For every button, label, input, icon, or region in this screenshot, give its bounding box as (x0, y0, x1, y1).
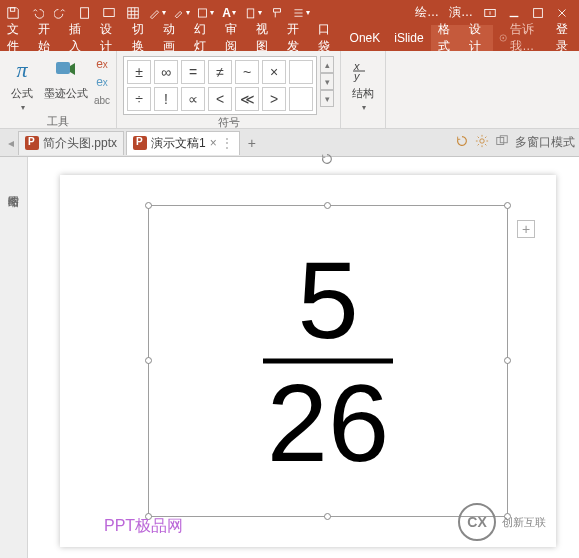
symbol-cell[interactable]: < (208, 87, 232, 111)
ribbon-options-button[interactable] (481, 4, 499, 22)
redo-button[interactable] (52, 4, 70, 22)
rotate-handle[interactable] (320, 152, 334, 166)
svg-rect-10 (56, 62, 70, 74)
tab-view[interactable]: 视图 (249, 25, 280, 51)
symbol-scroll-down[interactable]: ▾ (320, 73, 334, 90)
login-button[interactable]: 登录 (550, 25, 579, 51)
tab-design[interactable]: 设计 (93, 25, 124, 51)
minimize-button[interactable] (505, 4, 523, 22)
resize-handle[interactable] (145, 357, 152, 364)
shape-button[interactable]: ▾ (196, 4, 214, 22)
tab-design2[interactable]: 设计 (462, 25, 493, 51)
symbol-cell[interactable]: = (181, 60, 205, 84)
tab-onek[interactable]: OneK (343, 25, 388, 51)
fraction-numerator[interactable]: 5 (263, 245, 393, 355)
fraction-equation[interactable]: 5 26 (263, 245, 393, 478)
slideshow-button[interactable] (100, 4, 118, 22)
resize-handle[interactable] (324, 202, 331, 209)
equation-add-right[interactable]: + (517, 220, 535, 238)
tab-slideshow[interactable]: 幻灯 (187, 25, 218, 51)
draw-title-hint: 绘… (413, 4, 441, 21)
group-symbols: ± ∞ = ≠ ~ × ÷ ! ∝ < ≪ > ▴ ▾ ▾ 符号 (117, 51, 341, 128)
resize-handle[interactable] (324, 513, 331, 520)
symbol-cell[interactable]: ~ (235, 60, 259, 84)
pen-button[interactable]: ▾ (148, 4, 166, 22)
tab-transition[interactable]: 切换 (125, 25, 156, 51)
symbol-grid: ± ∞ = ≠ ~ × ÷ ! ∝ < ≪ > (123, 56, 317, 115)
align-button[interactable]: ▾ (292, 4, 310, 22)
symbol-cell[interactable]: ≪ (235, 87, 259, 111)
undo-button[interactable] (28, 4, 46, 22)
symbol-cell[interactable]: × (262, 60, 286, 84)
svg-rect-7 (534, 8, 543, 17)
symbol-scroll-up[interactable]: ▴ (320, 56, 334, 73)
abc-icon[interactable]: abc (94, 92, 110, 108)
gear-icon[interactable] (475, 134, 489, 151)
tab-home[interactable]: 开始 (31, 25, 62, 51)
format-painter-button[interactable] (268, 4, 286, 22)
tab-review[interactable]: 审阅 (218, 25, 249, 51)
symbol-cell[interactable]: ! (154, 87, 178, 111)
multiwindow-icon[interactable] (495, 134, 509, 151)
save-button[interactable] (4, 4, 22, 22)
tab-pocket[interactable]: 口袋 (311, 25, 342, 51)
tab-developer[interactable]: 开发 (280, 25, 311, 51)
font-color-button[interactable]: A▾ (220, 4, 238, 22)
group-tools: π 公式 ▾ 墨迹公式 ex ex abc 工具 (0, 51, 117, 128)
symbol-cell[interactable] (289, 87, 313, 111)
professional-icon[interactable]: ex (94, 56, 110, 72)
symbol-cell[interactable] (289, 60, 313, 84)
eyedropper-button[interactable]: ▾ (172, 4, 190, 22)
symbol-cell[interactable]: ∝ (181, 87, 205, 111)
linear-icon[interactable]: ex (94, 74, 110, 90)
ppt-file-icon (133, 136, 147, 150)
logo-mark: CX (458, 503, 496, 541)
document-tab[interactable]: 简介头图.pptx (18, 131, 124, 155)
tab-file[interactable]: 文件 (0, 25, 31, 51)
paste-button[interactable]: ▾ (244, 4, 262, 22)
tab-format[interactable]: 格式 (431, 25, 462, 51)
svg-rect-0 (10, 7, 14, 11)
symbol-cell[interactable]: ∞ (154, 60, 178, 84)
add-tab-button[interactable]: + (242, 135, 262, 151)
tab-insert[interactable]: 插入 (62, 25, 93, 51)
logo-text: 创新互联 (502, 515, 546, 530)
symbol-cell[interactable]: ÷ (127, 87, 151, 111)
close-tab-icon[interactable]: × (210, 136, 217, 150)
ribbon: π 公式 ▾ 墨迹公式 ex ex abc 工具 ± ∞ = ≠ ~ (0, 51, 579, 129)
ribbon-tabs: 文件 开始 插入 设计 切换 动画 幻灯 审阅 视图 开发 口袋 OneK iS… (0, 25, 579, 51)
refresh-icon[interactable] (455, 134, 469, 151)
svg-rect-2 (104, 8, 115, 16)
quick-access-toolbar: ▾ ▾ ▾ A▾ ▾ ▾ (4, 4, 310, 22)
symbol-cell[interactable]: > (262, 87, 286, 111)
maximize-button[interactable] (529, 4, 547, 22)
svg-rect-5 (247, 8, 254, 17)
multiwindow-label[interactable]: 多窗口模式 (515, 134, 575, 151)
slide[interactable]: 5 26 + PPT极品网 CX 创新互联 (60, 175, 556, 547)
symbol-expand[interactable]: ▾ (320, 90, 334, 107)
equation-button[interactable]: π 公式 ▾ (6, 54, 38, 114)
new-button[interactable] (76, 4, 94, 22)
tabs-scroll-left[interactable]: ◂ (4, 136, 18, 150)
document-tab[interactable]: 演示文稿1 × ⋮ (126, 131, 240, 155)
table-button[interactable] (124, 4, 142, 22)
resize-handle[interactable] (145, 202, 152, 209)
ink-equation-button[interactable]: 墨迹公式 (42, 54, 90, 103)
resize-handle[interactable] (504, 202, 511, 209)
tell-me[interactable]: 告诉我… (493, 25, 550, 51)
svg-rect-4 (198, 8, 206, 16)
slide-canvas[interactable]: 5 26 + PPT极品网 CX 创新互联 (28, 157, 579, 558)
symbol-cell[interactable]: ≠ (208, 60, 232, 84)
group-structures: xy 结构 ▾ (341, 51, 386, 128)
structure-button[interactable]: xy 结构 ▾ (347, 54, 379, 114)
close-button[interactable] (553, 4, 571, 22)
svg-rect-3 (128, 7, 139, 18)
fraction-denominator[interactable]: 26 (263, 368, 393, 478)
symbol-cell[interactable]: ± (127, 60, 151, 84)
tab-islide[interactable]: iSlide (387, 25, 430, 51)
resize-handle[interactable] (504, 357, 511, 364)
equation-textbox[interactable]: 5 26 + (148, 205, 508, 517)
tab-animation[interactable]: 动画 (156, 25, 187, 51)
document-tabs: ◂ 简介头图.pptx 演示文稿1 × ⋮ + 多窗口模式 (0, 129, 579, 157)
thumbnail-panel[interactable]: 缩略图 (0, 157, 28, 558)
